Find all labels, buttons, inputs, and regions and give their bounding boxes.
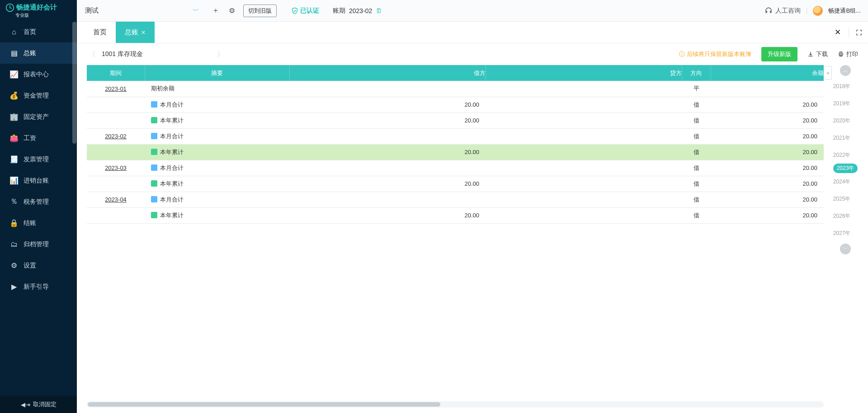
sidebar-scrollbar[interactable] — [72, 22, 76, 144]
nav-label: 报表中心 — [24, 70, 49, 79]
summary-text: 本月合计 — [160, 101, 184, 108]
upgrade-notice: ⓘ 后续将只保留新版本账簿 — [679, 50, 751, 58]
year-option[interactable]: 2022年 — [833, 146, 858, 164]
horizontal-scrollbar[interactable] — [87, 401, 824, 408]
nav-funds[interactable]: 💰资金管理 — [0, 85, 77, 106]
period-link[interactable]: 2023-02 — [105, 133, 127, 140]
year-option[interactable]: 2019年 — [833, 95, 858, 112]
period-link[interactable]: 2023-03 — [105, 164, 127, 171]
unpin-icon: ◀⇥ — [21, 401, 30, 408]
direction-cell: 借 — [682, 144, 711, 160]
balance-cell: 20.00 — [711, 97, 824, 113]
summary-text: 本年累计 — [160, 180, 184, 187]
direction-cell: 借 — [682, 113, 711, 128]
nav-inventory[interactable]: 📊进销台账 — [0, 170, 77, 191]
table-row[interactable]: 本年累计20.00借20.00 — [87, 207, 824, 223]
tab-home[interactable]: 首页 — [84, 22, 116, 43]
account-name: 测试 — [85, 6, 99, 15]
balance-cell: 20.00 — [711, 207, 824, 223]
balance-cell: 20.00 — [711, 113, 824, 128]
credit-cell — [486, 128, 682, 144]
main: 测试 ﹀ ＋ ⚙ 切到旧版 已认证 账期 2023-02 🗓 — [77, 0, 868, 413]
table-row[interactable]: 本年累计20.00借20.00 — [87, 176, 824, 192]
credit-cell — [486, 160, 682, 176]
nav-closing[interactable]: 🔒结账 — [0, 212, 77, 234]
nav-tax[interactable]: ％税务管理 — [0, 191, 77, 212]
print-icon — [838, 51, 844, 57]
nav-fixed-assets[interactable]: 🏢固定资产 — [0, 106, 77, 127]
credit-cell — [486, 97, 682, 113]
upgrade-button[interactable]: 升级新版 — [761, 47, 797, 61]
year-option[interactable]: 2023年 — [833, 164, 858, 173]
table-row[interactable]: 本月合计20.00借20.00 — [87, 97, 824, 113]
brand-logo-icon — [5, 3, 14, 12]
topbar: 测试 ﹀ ＋ ⚙ 切到旧版 已认证 账期 2023-02 🗓 — [77, 0, 868, 22]
nav-guide[interactable]: ▶新手引导 — [0, 276, 77, 297]
nav-reports[interactable]: 📈报表中心 — [0, 64, 77, 85]
year-option[interactable]: 2018年 — [833, 78, 858, 95]
table-row[interactable]: 2023-03本月合计借20.00 — [87, 160, 824, 176]
nav-settings[interactable]: ⚙设置 — [0, 255, 77, 276]
period-link[interactable]: 2023-04 — [105, 196, 127, 203]
table-row[interactable]: 2023-02本月合计借20.00 — [87, 128, 824, 144]
year-option[interactable]: 2026年 — [833, 207, 858, 225]
download-icon — [807, 51, 814, 57]
table-row[interactable]: 本年累计20.00借20.00 — [87, 144, 824, 160]
tab-label: 首页 — [93, 28, 107, 37]
summary-icon — [151, 180, 157, 187]
unpin-button[interactable]: ◀⇥ 取消固定 — [0, 396, 77, 413]
year-option[interactable]: 2020年 — [833, 112, 858, 129]
table-row[interactable]: 本年累计20.00借20.00 — [87, 113, 824, 128]
year-option[interactable]: 2027年 — [833, 225, 858, 242]
year-option[interactable]: 2025年 — [833, 190, 858, 207]
table-row[interactable]: 2023-01期初余额平 — [87, 81, 824, 97]
switch-old-version-button[interactable]: 切到旧版 — [243, 5, 277, 17]
nav-label: 结账 — [24, 219, 36, 227]
close-icon[interactable]: ✕ — [141, 29, 146, 36]
nav-payroll[interactable]: 👛工资 — [0, 127, 77, 149]
support-button[interactable]: 人工咨询 — [764, 7, 801, 15]
col-debit: 借方 — [289, 65, 486, 81]
nav-home[interactable]: ⌂首页 — [0, 21, 77, 42]
debit-cell — [289, 128, 486, 144]
download-button[interactable]: 下载 — [807, 50, 828, 58]
chevron-down-icon: ﹀ — [193, 7, 199, 15]
unpin-label: 取消固定 — [33, 400, 57, 408]
account-picker[interactable]: 测试 ﹀ — [77, 0, 204, 21]
summary-text: 本年累计 — [160, 117, 184, 124]
direction-cell: 借 — [682, 128, 711, 144]
direction-cell: 借 — [682, 176, 711, 192]
summary-text: 期初余额 — [151, 85, 175, 92]
table-row[interactable]: 2023-04本月合计借20.00 — [87, 192, 824, 207]
year-option[interactable]: 2021年 — [833, 129, 858, 146]
year-down-button[interactable]: ﹀ — [840, 244, 851, 254]
nav-invoice[interactable]: 🧾发票管理 — [0, 149, 77, 170]
settings-button[interactable]: ⚙ — [227, 6, 237, 16]
year-option[interactable]: 2024年 — [833, 173, 858, 190]
summary-text: 本年累计 — [160, 149, 184, 155]
print-button[interactable]: 打印 — [838, 50, 858, 58]
direction-cell: 借 — [682, 160, 711, 176]
add-button[interactable]: ＋ — [211, 6, 221, 16]
verified-badge: 已认证 — [291, 7, 319, 15]
user-avatar[interactable] — [813, 6, 823, 16]
user-name[interactable]: 畅捷通B组... — [828, 7, 861, 15]
sidebar: 畅捷通好会计 专业版 ⌂首页 ▤总账 📈报表中心 💰资金管理 🏢固定资产 👛工资… — [0, 0, 77, 413]
tab-label: 总账 — [125, 28, 138, 37]
period-link[interactable]: 2023-01 — [105, 85, 127, 92]
prev-account-button[interactable]: 〈 — [87, 48, 97, 61]
collapse-button[interactable]: « — [825, 66, 832, 80]
fullscreen-button[interactable] — [854, 27, 864, 38]
next-account-button[interactable]: 〉 — [215, 48, 226, 61]
close-all-tabs-button[interactable]: ✕ — [831, 26, 844, 39]
svg-rect-2 — [840, 52, 842, 53]
nav-archive[interactable]: 🗂归档管理 — [0, 234, 77, 255]
tab-general-ledger[interactable]: 总账 ✕ — [116, 22, 155, 43]
year-up-button[interactable]: ︿ — [840, 65, 851, 76]
summary-icon — [151, 196, 157, 202]
current-account-title: 1001 库存现金 — [102, 50, 143, 58]
summary-icon — [151, 101, 157, 108]
summary-icon — [151, 133, 157, 139]
calendar-icon[interactable]: 🗓 — [376, 7, 382, 14]
nav-general-ledger[interactable]: ▤总账 — [0, 42, 77, 64]
